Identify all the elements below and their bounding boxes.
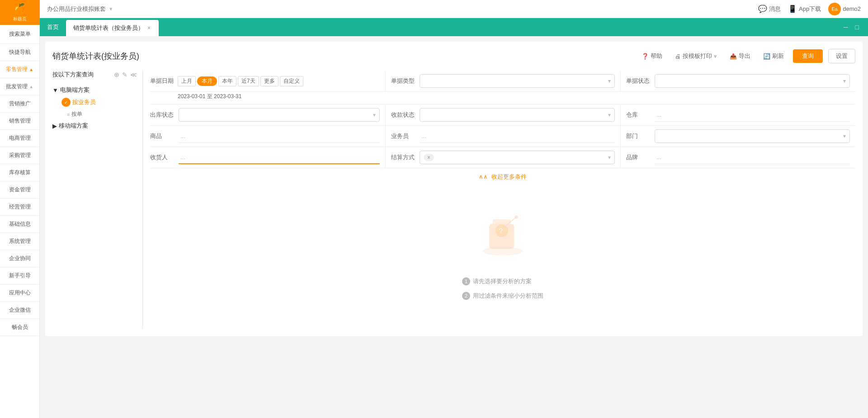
tab-close-icon[interactable]: × xyxy=(146,24,151,32)
export-label: 导出 xyxy=(739,52,750,60)
empty-state: ? 1 请先选择要分析的方案 2 xyxy=(150,185,855,329)
logo[interactable]: 🍊 标题页 xyxy=(0,0,40,25)
tree-order-icon: ≡ xyxy=(67,112,70,117)
content-inner: 销货单统计表(按业务员) ❓ 帮助 🖨 按模板打印 ▾ 📤 导出 xyxy=(45,42,863,336)
warehouse-input[interactable]: ... xyxy=(655,108,850,122)
download-icon: 📱 xyxy=(788,5,797,13)
warehouse-label: 仓库 xyxy=(626,111,651,119)
logo-label: 标题页 xyxy=(13,16,27,22)
sidebar-item-purchase[interactable]: 采购管理 xyxy=(0,147,39,164)
tree-salesperson-label: 按业务员 xyxy=(72,98,96,106)
sidebar-item-marketing[interactable]: 营销推广 xyxy=(0,95,39,113)
collapse-icon: ∧∧ xyxy=(479,173,488,180)
brand-input[interactable]: ... xyxy=(655,151,850,164)
tree-mobile[interactable]: ▶ 移动端方案 xyxy=(52,120,137,132)
sidebar-search[interactable]: 搜索菜单 xyxy=(0,25,39,44)
settlement-select[interactable]: × ▾ xyxy=(420,151,615,164)
outbound-select[interactable]: ▾ xyxy=(179,108,380,122)
doctype-label: 单据类型 xyxy=(391,77,416,85)
date-more[interactable]: 更多 xyxy=(260,76,278,86)
tab-sales-stat[interactable]: 销货单统计表（按业务员） × xyxy=(66,20,159,36)
message-button[interactable]: 💬 消息 xyxy=(758,5,781,13)
sidebar-item-sales[interactable]: 销售管理 xyxy=(0,113,39,130)
add-scheme-icon[interactable]: ⊕ xyxy=(114,71,119,78)
panel-title: 按以下方案查询 xyxy=(52,71,94,79)
sidebar-item-retail[interactable]: 零售管理 ▲ xyxy=(0,61,39,78)
date-label: 单据日期 xyxy=(150,77,175,85)
edit-scheme-icon[interactable]: ✎ xyxy=(122,71,127,78)
collapse-bar[interactable]: ∧∧ 收起更多条件 xyxy=(150,168,855,185)
goods-input[interactable]: ... xyxy=(179,129,380,143)
empty-hint-text-1: 请先选择要分析的方案 xyxy=(473,276,532,287)
tree-by-order[interactable]: ≡ 按单 xyxy=(52,109,137,120)
tree-by-salesperson[interactable]: ✓ 按业务员 xyxy=(52,96,137,109)
print-button[interactable]: 🖨 按模板打印 ▾ xyxy=(671,50,721,62)
tree-desktop-label: 电脑端方案 xyxy=(60,86,90,94)
tab-bar-actions: ─ □ xyxy=(842,22,868,33)
date-7days[interactable]: 近7天 xyxy=(238,76,259,86)
hint-num-1: 1 xyxy=(462,277,470,285)
consignee-dots: ... xyxy=(180,154,185,161)
date-custom[interactable]: 自定义 xyxy=(280,76,303,86)
outbound-label: 出库状态 xyxy=(150,111,175,119)
payment-select[interactable]: ▾ xyxy=(420,108,615,122)
settings-button[interactable]: 设置 xyxy=(828,49,855,63)
refresh-label: 刷新 xyxy=(772,52,784,60)
docstatus-chevron: ▾ xyxy=(843,78,846,84)
consignee-filter-cell: 收货人 ... xyxy=(150,147,385,168)
window-maximize-icon[interactable]: □ xyxy=(854,22,861,33)
tree-order-label: 按单 xyxy=(71,110,82,118)
salesperson-label: 业务员 xyxy=(391,132,416,140)
sidebar-item-operations[interactable]: 经营管理 xyxy=(0,199,39,216)
print-label: 按模板打印 xyxy=(683,52,712,60)
collapse-panel-icon[interactable]: ≪ xyxy=(130,71,137,78)
sidebar-quick-nav[interactable]: 快捷导航 xyxy=(0,44,39,61)
hint-num-2: 2 xyxy=(462,292,470,300)
sidebar-item-wechat[interactable]: 企业微信 xyxy=(0,302,39,319)
date-last-month[interactable]: 上月 xyxy=(178,76,196,86)
refresh-button[interactable]: 🔄 刷新 xyxy=(760,50,788,62)
sidebar-item-basic[interactable]: 基础信息 xyxy=(0,216,39,233)
app-download-button[interactable]: 📱 App下载 xyxy=(788,5,821,13)
sidebar-item-inventory[interactable]: 库存核算 xyxy=(0,164,39,181)
docstatus-select[interactable]: ▾ xyxy=(655,74,850,88)
consignee-input[interactable]: ... xyxy=(179,151,380,164)
scheme-tree: ▼ 电脑端方案 ✓ 按业务员 ≡ 按单 ▶ 移动 xyxy=(52,84,137,132)
sidebar-item-member[interactable]: 畅会员 xyxy=(0,319,39,336)
query-button[interactable]: 查询 xyxy=(793,49,823,63)
dept-select[interactable]: ▾ xyxy=(655,129,850,143)
dept-filter-cell: 部门 ▾ xyxy=(620,126,855,147)
warehouse-filter-cell: 仓库 ... xyxy=(620,104,855,125)
date-this-year[interactable]: 本年 xyxy=(218,76,236,86)
help-label: 帮助 xyxy=(651,52,662,60)
header-dropdown-icon[interactable]: ▾ xyxy=(109,5,113,12)
app-title: 办公用品行业模拟账套 xyxy=(47,5,106,13)
sidebar-item-newbie[interactable]: 新手引导 xyxy=(0,267,39,285)
sidebar-item-finance[interactable]: 资金管理 xyxy=(0,181,39,199)
export-button[interactable]: 📤 导出 xyxy=(726,50,754,62)
user-menu[interactable]: Ea demo2 xyxy=(828,3,861,15)
docstatus-label: 单据状态 xyxy=(626,77,651,85)
sidebar-item-ecommerce[interactable]: 电商管理 xyxy=(0,130,39,147)
svg-point-6 xyxy=(514,215,518,219)
sidebar-item-enterprise[interactable]: 企业协同 xyxy=(0,250,39,267)
salesperson-input[interactable]: ... xyxy=(420,129,615,143)
print-dropdown-icon: ▾ xyxy=(714,53,717,60)
tab-active-label: 销货单统计表（按业务员） xyxy=(73,24,144,32)
settlement-tag-close[interactable]: × xyxy=(427,154,430,161)
app-download-label: App下载 xyxy=(799,5,821,13)
goods-filter-cell: 商品 ... xyxy=(150,126,385,147)
empty-hint-2: 2 用过滤条件来缩小分析范围 xyxy=(462,290,543,302)
tab-home-label: 首页 xyxy=(47,23,59,31)
doctype-chevron: ▾ xyxy=(608,78,611,84)
window-minimize-icon[interactable]: ─ xyxy=(842,22,850,33)
date-this-month[interactable]: 本月 xyxy=(197,76,217,86)
help-button[interactable]: ❓ 帮助 xyxy=(638,50,666,62)
tree-desktop[interactable]: ▼ 电脑端方案 xyxy=(52,84,137,96)
sidebar-item-appcenter[interactable]: 应用中心 xyxy=(0,285,39,302)
sidebar-item-system[interactable]: 系统管理 xyxy=(0,233,39,250)
export-icon: 📤 xyxy=(730,53,737,60)
doctype-select[interactable]: ▾ xyxy=(420,74,615,88)
sidebar-item-wholesale[interactable]: 批发管理 ▲ xyxy=(0,78,39,95)
tab-home[interactable]: 首页 xyxy=(40,18,66,36)
